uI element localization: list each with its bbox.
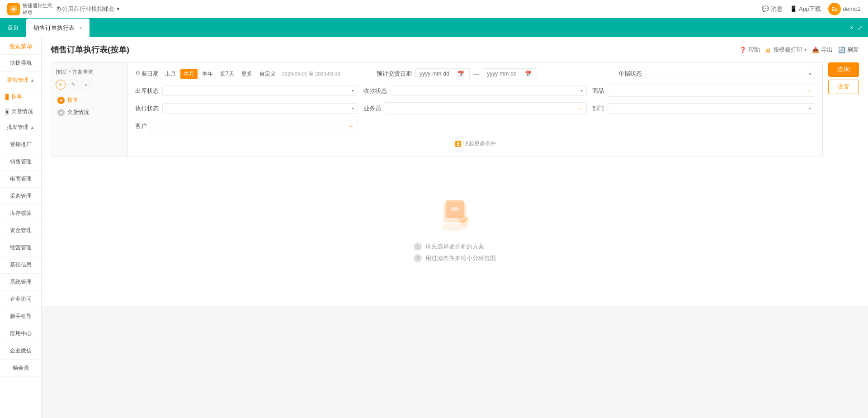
sidebar-item-onboarding[interactable]: 新手引导 xyxy=(0,308,41,325)
retail-arrow-icon: ▲ xyxy=(30,78,35,83)
message-button[interactable]: 💬 消息 xyxy=(762,5,783,13)
collapse-icon: ⏫ xyxy=(455,141,462,147)
header-right: 💬 消息 📱 App下载 Ea demo2 xyxy=(762,3,861,15)
filter-group-expected-date: 预计交货日期 📅 — 📅 xyxy=(377,68,613,79)
expected-date-start-input[interactable] xyxy=(420,71,456,77)
avatar: Ea xyxy=(828,3,841,15)
scheme-item-backorder[interactable]: ● 欠货情况 xyxy=(56,106,123,119)
query-button[interactable]: 查询 xyxy=(828,62,859,77)
refresh-icon: 🔄 xyxy=(838,47,845,53)
date-tab-thismonth[interactable]: 本月 xyxy=(180,69,198,79)
help-button[interactable]: ❓ 帮助 xyxy=(739,46,760,54)
sidebar-sub-item-by-order[interactable]: ● 按单 xyxy=(0,89,41,104)
date-tab-custom[interactable]: 自定义 xyxy=(257,69,278,79)
sidebar-item-enterprise[interactable]: 企业协同 xyxy=(0,291,41,308)
filter-panel-actions: + ✎ « xyxy=(56,80,123,90)
tab-home[interactable]: 首页 xyxy=(0,18,26,37)
top-header: 畅捷通好生意 标版 办公用品行业模拟账套 ▾ 💬 消息 📱 App下载 Ea d… xyxy=(0,0,868,18)
expected-date-end-input[interactable] xyxy=(487,71,523,77)
sidebar-sub-item-backorder[interactable]: ● 欠货情况 xyxy=(0,104,41,119)
filter-group-exec: 执行状态 ▾ xyxy=(135,103,358,114)
logo-icon xyxy=(7,3,20,15)
print-icon: 🖨 xyxy=(765,47,771,53)
dept-arrow-icon: ▾ xyxy=(809,106,811,111)
sidebar-item-wechat[interactable]: 企业微信 xyxy=(0,342,41,360)
expected-date-start[interactable]: 📅 xyxy=(415,68,470,79)
add-scheme-button[interactable]: + xyxy=(56,80,66,90)
empty-tips: 1 请先选择要分析的方案 2 用过滤条件来缩小分析范围 xyxy=(414,242,496,262)
sidebar-item-inventory[interactable]: 库存核算 xyxy=(0,205,41,222)
doc-status-arrow-icon: ▾ xyxy=(809,71,811,76)
date-tab-lastmonth[interactable]: 上月 xyxy=(162,69,179,79)
filter-group-date: 单据日期 上月 本月 本年 近7天 更多 自定义 xyxy=(135,69,371,79)
empty-illustration xyxy=(434,193,475,235)
scheme-active-icon: ● xyxy=(57,97,65,104)
sidebar-item-finance[interactable]: 资金管理 xyxy=(0,222,41,239)
svg-point-4 xyxy=(458,215,469,226)
payment-arrow-icon: ▾ xyxy=(580,88,583,93)
salesperson-select[interactable]: ··· xyxy=(385,102,586,114)
sub-item-inactive-icon: ● xyxy=(5,109,9,115)
sidebar-item-wholesale[interactable]: 批发管理 ▲ xyxy=(0,119,41,136)
filter-row-3: 执行状态 ▾ 业务员 xyxy=(135,102,815,114)
scheme-item-byorder[interactable]: ● 按单 xyxy=(56,94,123,106)
sidebar-item-app-center[interactable]: 应用中心 xyxy=(0,325,41,342)
sidebar-item-operations[interactable]: 经营管理 xyxy=(0,239,41,256)
goods-select[interactable]: ··· xyxy=(608,85,815,97)
refresh-button[interactable]: 🔄 刷新 xyxy=(838,46,859,54)
filter-section: 按以下方案查询 + ✎ « ● 按单 xyxy=(51,62,823,157)
close-window-icon[interactable]: × xyxy=(850,24,854,31)
sidebar-item-basic-info[interactable]: 基础信息 xyxy=(0,256,41,274)
date-tab-more[interactable]: 更多 xyxy=(239,69,255,79)
date-tab-thisyear[interactable]: 本年 xyxy=(199,69,216,79)
filter-row-1: 单据日期 上月 本月 本年 近7天 更多 自定义 xyxy=(135,68,815,79)
sidebar-item-retail[interactable]: 零售管理 ▲ xyxy=(0,72,41,89)
payment-select[interactable]: ▾ xyxy=(391,86,586,96)
tab-bar-right: × ⤢ xyxy=(850,24,868,31)
salesperson-label: 业务员 xyxy=(363,104,381,113)
filter-row-2: 出库状态 ▾ 收款状态 xyxy=(135,85,815,97)
page-title: 销售订单执行表(按单) xyxy=(51,44,129,55)
sidebar-item-quick-nav[interactable]: 快捷导航 xyxy=(0,55,41,72)
sidebar-item-membership[interactable]: 畅会员 xyxy=(0,360,41,377)
sidebar-item-purchase[interactable]: 采购管理 xyxy=(0,188,41,205)
expected-date-end[interactable]: 📅 xyxy=(483,68,537,79)
exec-select[interactable]: ▾ xyxy=(162,103,358,114)
collapse-bar[interactable]: ⏫ 收起更多条件 xyxy=(135,136,815,151)
sidebar-search[interactable]: 搜索菜单 xyxy=(0,39,41,55)
filter-row-4: 客户 ··· xyxy=(135,120,815,132)
date-tab-7days[interactable]: 近7天 xyxy=(217,69,237,79)
filter-group-salesperson: 业务员 ··· xyxy=(363,102,586,114)
empty-tip-1: 1 请先选择要分析的方案 xyxy=(414,242,496,251)
export-button[interactable]: 📤 导出 xyxy=(812,46,833,54)
salesperson-ellipsis-icon: ··· xyxy=(578,105,583,112)
maximize-icon[interactable]: ⤢ xyxy=(857,24,863,31)
user-profile[interactable]: Ea demo2 xyxy=(828,3,861,15)
outbound-arrow-icon: ▾ xyxy=(352,88,354,93)
help-icon: ❓ xyxy=(739,47,746,53)
empty-tip-2: 2 用过滤条件来缩小分析范围 xyxy=(414,254,496,262)
filter-group-customer: 客户 ··· xyxy=(135,120,358,132)
sidebar-item-sales-mgmt[interactable]: 销售管理 xyxy=(0,153,41,171)
tab-close-icon[interactable]: × xyxy=(79,25,82,31)
goods-ellipsis-icon: ··· xyxy=(806,87,811,94)
collapse-panel-button[interactable]: « xyxy=(81,80,91,90)
print-button[interactable]: 🖨 按模板打印 ▾ xyxy=(765,46,807,54)
tab-sales-execution[interactable]: 销售订单执行表 × xyxy=(26,19,90,38)
doc-status-select[interactable]: ▾ xyxy=(646,69,815,79)
filter-left-panel: 按以下方案查询 + ✎ « ● 按单 xyxy=(51,63,128,157)
outbound-select[interactable]: ▾ xyxy=(162,86,358,96)
customer-select[interactable]: ··· xyxy=(151,120,358,132)
sidebar-item-marketing[interactable]: 营销推广 xyxy=(0,136,41,153)
app-download-button[interactable]: 📱 App下载 xyxy=(790,5,821,13)
page-container: 销售订单执行表(按单) ❓ 帮助 🖨 按模板打印 ▾ 📤 导出 xyxy=(42,37,868,306)
sidebar-item-ecommerce[interactable]: 电商管理 xyxy=(0,171,41,188)
calendar-start-icon: 📅 xyxy=(458,71,464,77)
sidebar-item-system[interactable]: 系统管理 xyxy=(0,274,41,291)
dept-select[interactable]: ▾ xyxy=(608,103,815,114)
dept-label: 部门 xyxy=(592,104,604,113)
industry-selector[interactable]: 办公用品行业模拟账套 ▾ xyxy=(56,5,120,13)
header-left: 畅捷通好生意 标版 办公用品行业模拟账套 ▾ xyxy=(7,2,120,15)
edit-scheme-button[interactable]: ✎ xyxy=(68,80,78,90)
settings-button[interactable]: 设置 xyxy=(828,80,859,94)
